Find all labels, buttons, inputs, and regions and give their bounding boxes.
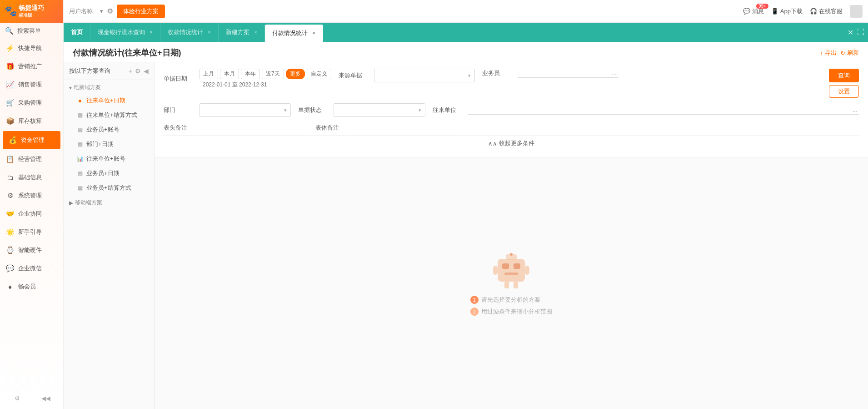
- scheme-item-staff-settle[interactable]: ▦ 业务员+结算方式: [64, 181, 154, 195]
- scheme-sidebar-header: 按以下方案查询 + ⚙ ◀: [64, 62, 154, 80]
- tab-close-all-btn[interactable]: ✕: [848, 28, 853, 37]
- source-select[interactable]: ▾: [374, 69, 475, 82]
- tab-payment-stats-close[interactable]: ×: [312, 30, 315, 36]
- filter-panel: 单据日期 上月 本月 本年 近7天 更多 自定义 20: [155, 62, 868, 158]
- sidebar-item-basic[interactable]: 🗂 基础信息: [0, 168, 63, 187]
- sidebar-search-item[interactable]: 🔍 搜索菜单: [0, 23, 63, 39]
- sidebar-item-quicknav[interactable]: ⚡ 快捷导航: [0, 39, 63, 57]
- doc-status-select[interactable]: ▾: [334, 103, 425, 117]
- main-area: 用户名称 ▾ ⚙ 体验行业方案 💬 消息 99+ 📱 App下载 🎧 在线客服 …: [64, 0, 868, 409]
- sidebar-item-marketing[interactable]: 🎁 营销推广: [0, 57, 63, 76]
- tab-payment-stats[interactable]: 付款情况统计 ×: [265, 25, 323, 42]
- scheme-item-icon-2: ▦: [76, 126, 84, 133]
- date-btn-this-year[interactable]: 本年: [241, 69, 260, 79]
- search-label: 搜索菜单: [17, 27, 41, 35]
- purchase-icon: 🛒: [5, 98, 15, 107]
- tab-cash-flow-label: 现金银行流水查询: [98, 28, 145, 36]
- page-header: 付款情况统计(往来单位+日期) ↑ 导出 ↻ 刷新: [64, 42, 868, 62]
- scheme-settings-btn[interactable]: ⚙: [135, 67, 141, 75]
- date-btn-7days[interactable]: 近7天: [262, 69, 284, 79]
- tab-income-stats-label: 收款情况统计: [168, 28, 203, 36]
- sidebar-item-inventory[interactable]: 📦 库存核算: [0, 112, 63, 130]
- tab-cash-flow-close[interactable]: ×: [150, 29, 153, 35]
- sidebar-item-collab[interactable]: 🤝 企业协同: [0, 205, 63, 223]
- date-btn-custom[interactable]: 自定义: [307, 69, 331, 79]
- sidebar-settings-btn[interactable]: ⚙: [4, 391, 31, 405]
- scheme-item-icon-6: ▦: [76, 184, 84, 192]
- export-label: 导出: [825, 49, 837, 57]
- online-service-label: 在线客服: [819, 7, 843, 15]
- svg-rect-4: [493, 266, 498, 275]
- scheme-collapse-btn[interactable]: ◀: [144, 67, 149, 75]
- scheme-sidebar: 按以下方案查询 + ⚙ ◀ ▾ 电脑端方案 ● 往来单位+日期 ▦: [64, 62, 155, 409]
- scheme-item-active-icon: ●: [76, 97, 84, 104]
- query-actions: 查询 设置: [829, 69, 859, 98]
- tab-income-stats-close[interactable]: ×: [208, 29, 211, 35]
- trial-btn[interactable]: 体验行业方案: [117, 5, 165, 18]
- scheme-item-staff-date[interactable]: ▦ 业务员+日期: [64, 166, 154, 181]
- phone-icon: 📱: [771, 8, 778, 15]
- date-btn-more[interactable]: 更多: [286, 69, 305, 79]
- search-icon: 🔍: [5, 26, 14, 35]
- sidebar-item-funds[interactable]: 💰 资金管理: [3, 131, 60, 149]
- doc-status-chevron-icon: ▾: [419, 107, 421, 113]
- export-icon: ↑: [820, 50, 823, 56]
- refresh-btn[interactable]: ↻ 刷新: [840, 49, 859, 57]
- tab-new-scheme-close[interactable]: ×: [254, 29, 257, 35]
- body-note-input[interactable]: [351, 122, 460, 133]
- empty-state: 1 请先选择要分析的方案 2 用过滤条件来缩小分析范围: [470, 247, 552, 319]
- scheme-item-icon-1: ▦: [76, 111, 84, 119]
- sales-icon: 📈: [5, 80, 15, 89]
- sidebar-item-hardware[interactable]: ⌚ 智能硬件: [0, 241, 63, 259]
- sidebar-item-member[interactable]: ♦ 畅会员: [0, 278, 63, 296]
- scheme-item-staff-account[interactable]: ▦ 业务员+账号: [64, 122, 154, 137]
- tab-cash-flow[interactable]: 现金银行流水查询 ×: [90, 23, 160, 42]
- scheme-item-unit-account-label: 往来单位+账号: [86, 155, 125, 163]
- scheme-add-btn[interactable]: +: [129, 67, 132, 75]
- header-note-input[interactable]: [199, 122, 308, 133]
- query-btn[interactable]: 查询: [829, 69, 859, 82]
- date-btn-last-month[interactable]: 上月: [199, 69, 218, 79]
- svg-rect-1: [502, 263, 509, 269]
- topbar-gear-icon[interactable]: ⚙: [107, 7, 113, 15]
- tab-home[interactable]: 首页: [64, 23, 90, 42]
- header-note-label: 表头备注: [164, 124, 195, 132]
- content-area: 付款情况统计(往来单位+日期) ↑ 导出 ↻ 刷新 按以下方案查询 +: [64, 42, 868, 409]
- sidebar-item-sales[interactable]: 📈 销售管理: [0, 76, 63, 94]
- tab-expand-btn[interactable]: ⛶: [857, 28, 864, 36]
- tab-income-stats[interactable]: 收款情况统计 ×: [160, 23, 219, 42]
- date-btn-this-month[interactable]: 本月: [220, 69, 239, 79]
- sidebar-bottom: ⚙ ◀◀: [0, 387, 63, 409]
- sidebar-item-guide[interactable]: 🌟 新手引导: [0, 223, 63, 241]
- settings-btn[interactable]: 设置: [829, 85, 859, 98]
- sidebar: 🐾 畅捷通巧 标准版 🔍 搜索菜单 ⚡ 快捷导航 🎁 营销推广 📈 销售管理 🛒…: [0, 0, 64, 409]
- online-service-btn[interactable]: 🎧 在线客服: [810, 7, 843, 15]
- message-btn[interactable]: 💬 消息 99+: [743, 7, 764, 15]
- sidebar-item-operations[interactable]: 📋 经营管理: [0, 150, 63, 168]
- sidebar-collapse-btn[interactable]: ◀◀: [33, 391, 60, 405]
- source-chevron-icon: ▾: [468, 73, 471, 79]
- scheme-item-unit-date[interactable]: ● 往来单位+日期: [64, 93, 154, 108]
- topbar-dropdown[interactable]: ▾: [100, 8, 103, 15]
- collapse-btn[interactable]: ∧∧ 收起更多条件: [164, 135, 859, 151]
- message-icon: 💬: [743, 8, 750, 15]
- scheme-item-staff-account-label: 业务员+账号: [86, 126, 120, 134]
- tip-text-2: 用过滤条件来缩小分析范围: [481, 308, 552, 316]
- scheme-item-unit-account[interactable]: 📊 往来单位+账号: [64, 151, 154, 166]
- scheme-group-arrow: ▾: [69, 85, 72, 91]
- sidebar-item-purchase[interactable]: 🛒 采购管理: [0, 94, 63, 112]
- topbar: 用户名称 ▾ ⚙ 体验行业方案 💬 消息 99+ 📱 App下载 🎧 在线客服: [64, 0, 868, 23]
- export-btn[interactable]: ↑ 导出: [820, 49, 837, 57]
- scheme-item-dept-date[interactable]: ▦ 部门+日期: [64, 137, 154, 151]
- hardware-label: 智能硬件: [18, 246, 42, 254]
- app-download-btn[interactable]: 📱 App下载: [771, 7, 803, 15]
- scheme-item-staff-date-label: 业务员+日期: [86, 169, 120, 177]
- sidebar-item-system[interactable]: ⚙ 系统管理: [0, 187, 63, 205]
- tab-new-scheme[interactable]: 新建方案 ×: [219, 23, 265, 42]
- dept-select[interactable]: ▾: [199, 103, 291, 117]
- scheme-item-unit-date-label: 往来单位+日期: [86, 96, 125, 105]
- topbar-logo-area: 用户名称: [69, 7, 93, 15]
- scheme-item-unit-settle[interactable]: ▦ 往来单位+结算方式: [64, 108, 154, 122]
- sidebar-item-wechat[interactable]: 💬 企业微信: [0, 259, 63, 278]
- user-avatar[interactable]: [850, 5, 863, 18]
